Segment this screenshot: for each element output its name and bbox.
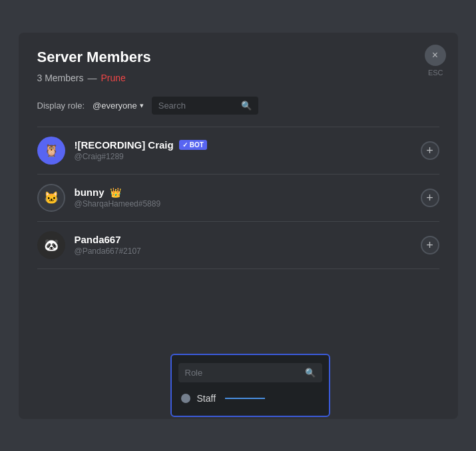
- controls-row: Display role: @everyone ▾ 🔍: [37, 97, 439, 115]
- member-name-row: ![RECORDING] Craig ✓ BOT: [75, 139, 421, 151]
- avatar: 🐱: [37, 184, 65, 212]
- table-row: 🐼 Panda667 @Panda667#2107 +: [37, 222, 439, 269]
- role-dropdown: 🔍 Staff: [170, 354, 330, 417]
- modal-subtitle: 3 Members — Prune: [37, 73, 439, 83]
- add-role-button[interactable]: +: [421, 141, 439, 160]
- separator: —: [88, 73, 97, 83]
- member-name: bunny: [75, 187, 105, 198]
- role-search-input[interactable]: [185, 368, 305, 378]
- member-name-row: Panda667: [75, 234, 421, 245]
- search-box[interactable]: 🔍: [152, 97, 258, 115]
- table-row: 🦉 ![RECORDING] Craig ✓ BOT @Craig#1289 +: [37, 127, 439, 175]
- add-role-button[interactable]: +: [421, 189, 439, 207]
- modal-title: Server Members: [37, 49, 439, 66]
- checkmark-icon: ✓: [182, 141, 188, 149]
- member-name: Panda667: [75, 234, 121, 245]
- close-icon: ×: [432, 49, 438, 61]
- add-role-button[interactable]: +: [421, 236, 439, 254]
- display-role-label: Display role:: [37, 101, 85, 111]
- list-item[interactable]: Staff: [178, 389, 322, 408]
- search-icon: 🔍: [305, 368, 316, 378]
- chevron-down-icon: ▾: [140, 101, 144, 110]
- members-list: 🦉 ![RECORDING] Craig ✓ BOT @Craig#1289 +…: [37, 127, 439, 269]
- table-row: 🐱 bunny 👑 @SharqaHameed#5889 +: [37, 175, 439, 222]
- member-info: bunny 👑 @SharqaHameed#5889: [75, 187, 421, 209]
- crown-icon: 👑: [110, 187, 121, 198]
- role-name: Staff: [197, 393, 216, 404]
- prune-link[interactable]: Prune: [101, 73, 126, 83]
- bot-badge: ✓ BOT: [179, 140, 207, 150]
- member-handle: @Panda667#2107: [75, 246, 421, 256]
- role-select-value: @everyone: [93, 101, 137, 111]
- member-info: ![RECORDING] Craig ✓ BOT @Craig#1289: [75, 139, 421, 161]
- role-search-box[interactable]: 🔍: [178, 363, 322, 382]
- member-name-row: bunny 👑: [75, 187, 421, 198]
- server-members-modal: Server Members 3 Members — Prune Display…: [19, 33, 458, 419]
- member-count: 3 Members: [37, 73, 84, 83]
- avatar: 🦉: [37, 137, 65, 165]
- close-button[interactable]: ×: [425, 45, 446, 66]
- member-name: ![RECORDING] Craig: [75, 139, 174, 151]
- esc-label: ESC: [428, 69, 443, 77]
- member-info: Panda667 @Panda667#2107: [75, 234, 421, 256]
- member-handle: @Craig#1289: [75, 152, 421, 161]
- avatar: 🐼: [37, 231, 65, 259]
- search-input[interactable]: [158, 101, 237, 111]
- member-handle: @SharqaHameed#5889: [75, 199, 421, 209]
- role-color-circle: [181, 394, 190, 403]
- search-icon: 🔍: [241, 101, 252, 111]
- role-select-dropdown[interactable]: @everyone ▾: [93, 101, 144, 111]
- arrow-indicator: [225, 398, 265, 399]
